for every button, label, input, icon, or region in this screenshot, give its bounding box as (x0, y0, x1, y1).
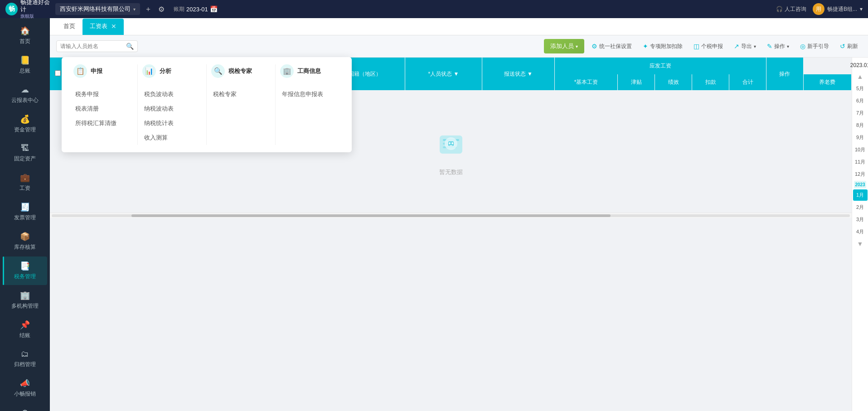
logo-text: 畅捷通好会计 (20, 0, 55, 13)
add-icon[interactable]: ＋ (145, 5, 152, 14)
operate-icon: ✎ (767, 43, 772, 50)
right-panel-month-5[interactable]: 5月 (853, 83, 868, 94)
sidebar-item-invoice[interactable]: 🧾 发票管理 (3, 198, 47, 226)
sidebar-item-archive[interactable]: 🗂 归档管理 (3, 345, 47, 373)
sidebar-item-closing[interactable]: 📌 结账 (3, 315, 47, 344)
right-panel-month-11[interactable]: 11月 (853, 156, 868, 168)
menu-item-tax-expert[interactable]: 税检专家 (211, 87, 271, 102)
sidebar-item-label: 税务管理 (14, 273, 36, 280)
assets-icon: 🏗 (21, 144, 29, 153)
sidebar-item-settings[interactable]: ⚙ 基础设置 (3, 403, 47, 411)
menu-item-tax-stats[interactable]: 纳税统计表 (142, 116, 202, 131)
sidebar-item-cloud[interactable]: ☁ 云报表中心 (3, 80, 47, 109)
tab-close-icon[interactable]: ✕ (111, 23, 116, 30)
th-base-salary: *基本工资 (555, 74, 618, 90)
menu-item-tax-change[interactable]: 纳税波动表 (142, 102, 202, 116)
scrollbar-track[interactable] (52, 214, 850, 217)
right-panel-month-6[interactable]: 6月 (853, 95, 868, 106)
toolbar-guide[interactable]: ◎ 新手引导 (796, 40, 833, 53)
sidebar-item-expenses[interactable]: 📣 小畅报销 (3, 374, 47, 402)
logo-icon: 畅 (5, 3, 18, 15)
dropdown-col-tax-expert: 🔍 税检专家 税检专家 (207, 64, 276, 145)
toolbar-social-security[interactable]: ⚙ 统一社保设置 (588, 40, 635, 53)
operate-arrow-icon[interactable]: ▾ (787, 44, 789, 49)
toolbar-export[interactable]: ↗ 导出 ▾ (730, 40, 760, 53)
filter-icon[interactable]: ▼ (527, 71, 533, 77)
toolbar-refresh[interactable]: ↺ 刷新 (836, 40, 862, 53)
bottom-scrollbar[interactable] (50, 213, 852, 218)
menu-item-annual-report[interactable]: 年报信息申报表 (280, 87, 340, 102)
tab-payroll[interactable]: 工资表 ✕ (82, 19, 124, 35)
select-all-checkbox[interactable] (55, 70, 61, 76)
export-icon: ↗ (734, 43, 739, 50)
right-panel-month-2[interactable]: 2月 (853, 202, 868, 213)
th-report-status[interactable]: 报送状态 ▼ (482, 58, 554, 90)
sidebar-item-funds[interactable]: 💰 资金管理 (3, 110, 47, 138)
scrollbar-thumb[interactable] (131, 214, 611, 217)
sidebar-item-tax[interactable]: 📑 税务管理 (3, 256, 47, 285)
tax-report-icon: ◫ (693, 43, 699, 50)
toolbar-action-label: 个税申报 (701, 43, 723, 50)
menu-item-income-tax-settle[interactable]: 所得税汇算清缴 (73, 116, 133, 131)
sidebar-item-label: 首页 (19, 38, 30, 45)
right-panel-month-7[interactable]: 7月 (853, 107, 868, 119)
sidebar-item-payroll[interactable]: 💼 工资 (3, 168, 47, 197)
empty-icon (433, 126, 469, 163)
dropdown-col-analysis-header: 📊 分析 (142, 64, 202, 82)
tab-home[interactable]: 首页 (56, 19, 82, 35)
company-selector[interactable]: 西安虾米网络科技有限公司 ▾ (55, 3, 140, 15)
right-panel-up-arrow[interactable]: ▲ (855, 71, 865, 82)
sidebar-item-ledger[interactable]: 📒 总账 (3, 51, 47, 79)
right-panel-month-8[interactable]: 8月 (853, 120, 868, 131)
right-panel-month-4[interactable]: 4月 (853, 226, 868, 237)
right-panel-month-3[interactable]: 3月 (853, 214, 868, 225)
ledger-icon: 📒 (20, 55, 30, 65)
funds-icon: 💰 (20, 114, 30, 124)
th-person-status[interactable]: *人员状态 ▼ (405, 58, 482, 90)
social-security-icon: ⚙ (592, 43, 597, 50)
business-title: 工商信息 (297, 67, 321, 75)
sidebar-item-multi-org[interactable]: 🏢 多机构管理 (3, 286, 47, 314)
user-dropdown-arrow[interactable]: ▾ (860, 6, 863, 12)
toolbar-operate[interactable]: ✎ 操作 ▾ (763, 40, 793, 53)
sidebar-item-label: 结账 (19, 332, 30, 339)
company-dropdown-arrow[interactable]: ▾ (133, 7, 136, 12)
right-panel-month-10[interactable]: 10月 (853, 144, 868, 155)
user-area[interactable]: 用 畅捷通B组... ▾ (813, 3, 863, 15)
add-person-dropdown-arrow[interactable]: ▾ (576, 44, 578, 49)
settings-icon[interactable]: ⚙ (158, 5, 165, 14)
menu-item-income-estimate[interactable]: 收入测算 (142, 131, 202, 145)
app-logo: 畅 畅捷通好会计 旗舰版 (5, 0, 55, 19)
help-button[interactable]: 🎧 人工咨询 (776, 5, 806, 13)
search-input[interactable] (60, 43, 123, 49)
sidebar-item-assets[interactable]: 🏗 固定资产 (3, 139, 47, 167)
menu-item-tax-filing[interactable]: 税务申报 (73, 87, 133, 102)
analysis-title: 分析 (160, 67, 171, 75)
search-input-wrap[interactable]: 🔍 (56, 40, 138, 52)
export-arrow-icon[interactable]: ▾ (754, 44, 756, 49)
menu-item-tax-burden[interactable]: 税负波动表 (142, 87, 202, 102)
sidebar-item-home[interactable]: 🏠 首页 (3, 21, 47, 50)
sidebar-item-label: 工资 (19, 184, 30, 192)
analysis-icon: 📊 (142, 64, 156, 78)
dropdown-col-analysis: 📊 分析 税负波动表 纳税波动表 纳税统计表 收入测算 (138, 64, 207, 145)
right-panel-month-9[interactable]: 9月 (853, 132, 868, 143)
payroll-icon: 💼 (20, 173, 30, 183)
sidebar-item-label: 多机构管理 (11, 302, 39, 310)
right-panel-month-12[interactable]: 12月 (853, 169, 868, 180)
tax-expert-title: 税检专家 (228, 67, 252, 75)
menu-item-tax-table[interactable]: 税表清册 (73, 102, 133, 116)
add-person-button[interactable]: 添加人员 ▾ (544, 39, 584, 53)
svg-point-6 (449, 142, 451, 144)
right-panel-month-1[interactable]: 1月 (853, 189, 868, 201)
filter-icon[interactable]: ▼ (453, 71, 459, 77)
th-pension: 养老费 (803, 74, 851, 90)
sidebar-item-inventory[interactable]: 📦 库存核算 (3, 227, 47, 256)
toolbar-tax-report[interactable]: ◫ 个税申报 (690, 40, 727, 53)
toolbar-special-deduction[interactable]: ✦ 专项附加扣除 (639, 40, 686, 53)
svg-point-7 (451, 142, 453, 144)
right-panel-down-arrow[interactable]: ▼ (855, 238, 865, 249)
period-calendar-icon[interactable]: 📅 (210, 5, 218, 13)
closing-icon: 📌 (20, 320, 30, 330)
th-operation: 操作 (766, 58, 804, 90)
